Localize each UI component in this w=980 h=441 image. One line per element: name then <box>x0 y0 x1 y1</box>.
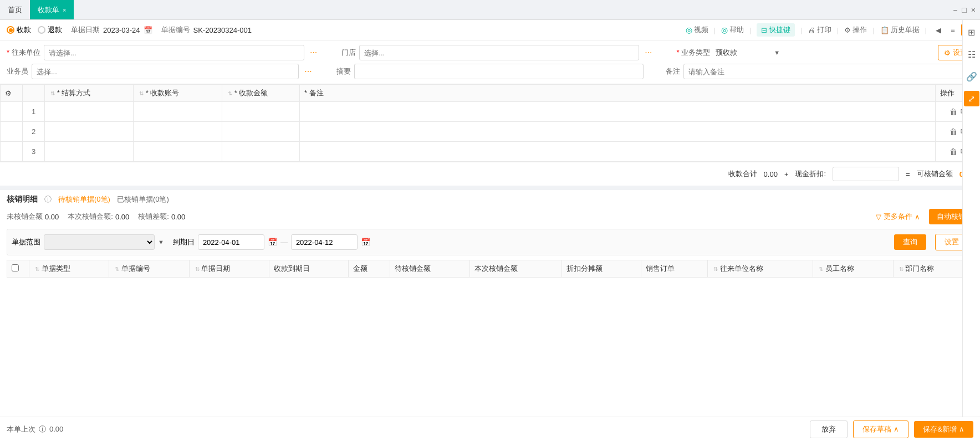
amount-1[interactable] <box>222 102 300 122</box>
remark-label: 备注 <box>666 66 680 76</box>
remark-2[interactable] <box>300 122 936 142</box>
window-controls: − □ × <box>953 6 980 14</box>
minimize-btn[interactable]: − <box>953 6 957 14</box>
biz-type-arrow[interactable]: ▼ <box>774 49 780 56</box>
calendar-icon[interactable]: 📅 <box>144 26 152 34</box>
due-date-field: 到期日 📅 — 📅 <box>173 234 370 250</box>
col-row-num-header <box>23 85 45 102</box>
range-select[interactable] <box>44 234 155 250</box>
settle-method-2[interactable] <box>45 122 134 142</box>
col-account-header: ⇅ * 收款账号 <box>134 85 222 102</box>
layout-icon-list[interactable]: ≡ <box>947 24 959 36</box>
footer-info-icon[interactable]: ⓘ <box>39 424 46 434</box>
col-type-header: ⇅ 单据类型 <box>29 260 109 278</box>
footer-left: 本单上次 ⓘ 0.00 <box>7 424 63 434</box>
equals-sign: = <box>906 170 910 178</box>
draft-btn[interactable]: 保存草稿 ∧ <box>853 421 908 438</box>
col-settings-header[interactable]: ⚙ <box>1 85 23 102</box>
staff-label: 业务员 <box>7 66 28 76</box>
save-btn[interactable]: 保存&新增 ∧ <box>914 421 973 438</box>
calendar-to-icon[interactable]: 📅 <box>361 238 370 247</box>
search-row: 单据范围 ▼ 到期日 📅 — 📅 查询 设置 <box>7 229 973 255</box>
amount-3[interactable] <box>222 142 300 162</box>
partner-field: 往来单位 ··· <box>7 45 319 60</box>
radio-refund[interactable]: 退款 <box>38 25 62 35</box>
draft-arrow-icon: ∧ <box>894 425 899 433</box>
col-partner-header: ⇅ 往来单位名称 <box>708 260 813 278</box>
settle-method-1[interactable] <box>45 102 134 122</box>
delete-row-3-btn[interactable]: 🗑 <box>950 147 957 156</box>
account-1[interactable] <box>134 102 222 122</box>
writeoff-info-icon[interactable]: ⓘ <box>44 194 52 204</box>
sidebar-icon-link[interactable]: 🔗 <box>964 69 979 84</box>
layout-icon-prev[interactable]: ◀ <box>932 24 945 36</box>
print-btn[interactable]: 🖨 打印 <box>808 25 831 35</box>
sort-icon2: ⇅ <box>139 90 144 96</box>
table-row: 2 🗑 ⧉ <box>1 122 980 142</box>
tab-receipt[interactable]: 收款单 × <box>30 0 74 19</box>
select-all-checkbox[interactable] <box>12 264 19 271</box>
query-btn[interactable]: 查询 <box>894 234 926 250</box>
store-input[interactable] <box>359 45 639 60</box>
tab-bar: 首页 收款单 × − □ × <box>0 0 980 20</box>
summary-input[interactable] <box>354 64 644 79</box>
store-label: 门店 <box>341 48 356 58</box>
history-btn[interactable]: 📋 历史单据 <box>880 25 920 35</box>
radio-receipt[interactable]: 收款 <box>7 25 31 35</box>
calendar-from-icon[interactable]: 📅 <box>268 238 277 247</box>
right-sidebar: ⊞ ☷ 🔗 ⤢ <box>962 20 980 417</box>
help-btn[interactable]: ◎ 帮助 <box>721 25 744 35</box>
tab-close-icon[interactable]: × <box>63 7 66 13</box>
remark-field: 备注 <box>666 64 973 79</box>
col-staff-header: ⇅ 员工名称 <box>813 260 893 278</box>
tab-home[interactable]: 首页 <box>0 0 30 19</box>
col-amount-header: 金额 <box>349 260 390 278</box>
col-current-header: 本次核销金额 <box>469 260 562 278</box>
remark-3[interactable] <box>300 142 936 162</box>
remark-1[interactable] <box>300 102 936 122</box>
this-time-label: 本单上次 <box>7 424 35 434</box>
amount-2[interactable] <box>222 122 300 142</box>
col-due-header: 收款到期日 <box>269 260 349 278</box>
writeoff-title: 核销明细 <box>7 194 38 204</box>
shortcut-btn[interactable]: ⊟ 快捷键 <box>757 23 795 37</box>
store-more-btn[interactable]: ··· <box>642 48 654 58</box>
date-from-input[interactable] <box>198 234 264 250</box>
delete-row-1-btn[interactable]: 🗑 <box>950 107 957 116</box>
remark-input[interactable] <box>683 64 973 79</box>
biz-type-field: 业务类型 预收款 ▼ <box>677 48 927 58</box>
settings-icon: ⚙ <box>944 49 951 57</box>
operation-btn[interactable]: ⚙ 操作 <box>844 25 867 35</box>
sidebar-icon-expand[interactable]: ⤢ <box>964 91 979 106</box>
video-btn[interactable]: ◎ 视频 <box>686 25 708 35</box>
discount-input[interactable] <box>833 167 899 181</box>
filter-icon: ▽ <box>876 213 881 221</box>
available-label: 可核销金额 <box>917 169 953 179</box>
sidebar-icon-list[interactable]: ☷ <box>964 47 979 62</box>
partner-more-btn[interactable]: ··· <box>308 48 319 58</box>
maximize-btn[interactable]: □ <box>962 6 966 14</box>
store-field: 门店 ··· <box>341 45 654 60</box>
abandon-btn[interactable]: 放弃 <box>810 421 848 438</box>
more-conditions-btn[interactable]: ▽ 更多条件 ∧ <box>876 212 920 222</box>
settle-method-3[interactable] <box>45 142 134 162</box>
account-2[interactable] <box>134 122 222 142</box>
tab-done[interactable]: 已核销单据(0笔) <box>117 194 169 204</box>
diff-stat: 核销差额: 0.00 <box>138 212 185 222</box>
account-3[interactable] <box>134 142 222 162</box>
tab-pending[interactable]: 待核销单据(0笔) <box>58 194 110 204</box>
form-row-1: 往来单位 ··· 门店 ··· 业务类型 预收款 ▼ ⚙ 设置 <box>7 45 973 60</box>
delete-row-2-btn[interactable]: 🗑 <box>950 127 957 136</box>
save-arrow-icon: ∧ <box>959 425 964 433</box>
close-btn[interactable]: × <box>971 6 976 14</box>
number-field: 单据编号 SK-20230324-001 <box>161 25 252 35</box>
partner-input[interactable] <box>44 45 304 60</box>
staff-input[interactable] <box>32 64 299 79</box>
row-settings-2 <box>1 122 23 142</box>
date-to-input[interactable] <box>291 234 358 250</box>
staff-more-btn[interactable]: ··· <box>302 66 314 76</box>
radio-refund-circle <box>38 26 45 34</box>
col-settle-method-header: ⇅ * 结算方式 <box>45 85 134 102</box>
sidebar-icon-table[interactable]: ⊞ <box>964 24 979 40</box>
row-num-2: 2 <box>23 122 45 142</box>
